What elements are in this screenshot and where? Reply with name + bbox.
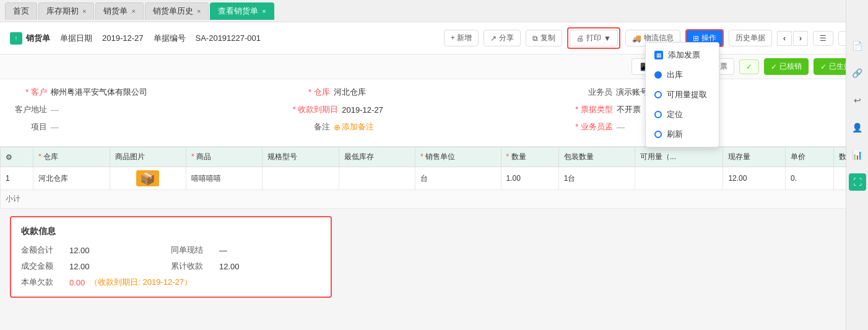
staff-value: 演示账号	[616, 87, 648, 98]
doc-header: ↑ 销货单 单据日期 2019-12-27 单据编号 SA-20191227-0…	[0, 22, 868, 54]
amount-row: 金额合计 12.00	[21, 245, 171, 256]
print-button[interactable]: 🖨 打印 ▼	[570, 30, 618, 46]
copy-icon: ⧉	[532, 34, 538, 43]
sidebar-icon-5[interactable]: 📊	[849, 146, 866, 163]
tab-sales-history-close[interactable]: ×	[197, 7, 201, 15]
staff-label: 业务员	[575, 87, 612, 98]
locate-label: 定位	[667, 109, 683, 120]
dropdown-refresh[interactable]: 刷新	[646, 124, 719, 144]
balance-label: 本单欠款	[21, 277, 64, 288]
prev-button[interactable]: ‹	[777, 31, 792, 46]
logistics-icon: 🚚	[632, 34, 641, 43]
address-label: 客户地址	[10, 104, 47, 115]
tab-inventory-close[interactable]: ×	[82, 7, 86, 15]
project-label: 项目	[10, 121, 47, 132]
no-label: 单据编号	[154, 33, 186, 44]
sold-out-button[interactable]: ✓ 已核销	[764, 58, 809, 75]
col-price: 单价	[786, 147, 834, 167]
tab-bar: 首页 库存期初 × 销货单 × 销货单历史 × 查看销货单 × ×	[0, 0, 868, 22]
doc-type-label: 销货单	[26, 33, 50, 44]
ticket-label: 票据类型	[575, 104, 613, 115]
copy-button[interactable]: ⧉ 复制	[526, 30, 562, 46]
tab-view-sales[interactable]: 查看销货单 ×	[210, 2, 274, 20]
cumulative-label: 累计收款	[171, 261, 214, 272]
print-arrow: ▼	[604, 34, 611, 43]
project-field: 项目 —	[10, 121, 293, 132]
ship-out-icon	[654, 71, 662, 79]
note-label: 备注	[293, 121, 330, 132]
col-pack: 包装数量	[558, 147, 635, 167]
form-row-1: 客户 柳州粤港平安气体有限公司 仓库 河北仓库 业务员 演示账号	[10, 87, 858, 98]
date-label: 单据日期	[60, 33, 92, 44]
cumulative-row: 累计收款 12.00	[171, 261, 321, 272]
tab-inventory-label: 库存期初	[46, 6, 79, 17]
locate-icon	[654, 111, 662, 118]
due-date-field: 收款到期日 2019-12-27	[293, 104, 576, 115]
tab-sales-history[interactable]: 销货单历史 ×	[145, 2, 209, 20]
col-stock: 现存量	[723, 147, 786, 167]
history-button[interactable]: 历史单据	[729, 30, 772, 46]
payment-panel: 收款信息 金额合计 12.00 同单现结 — 成交金额 12.00	[10, 216, 332, 298]
row-quantity: 1.00	[501, 167, 558, 190]
tab-home-label: 首页	[13, 6, 29, 17]
subtotal-row: 小计	[1, 190, 868, 209]
view-toggle-list[interactable]: ☰	[813, 31, 833, 46]
due-date-value: 2019-12-27	[342, 105, 383, 115]
sales-staff-label: 业务员孟	[575, 121, 613, 132]
tab-home[interactable]: 首页	[5, 2, 37, 20]
warehouse-label: 仓库	[293, 87, 330, 98]
refresh-label: 刷新	[667, 129, 683, 140]
tab-view-sales-label: 查看销货单	[218, 6, 258, 17]
form-row-2: 客户地址 — 收款到期日 2019-12-27 票据类型 不开票	[10, 104, 858, 115]
nav-arrows: ‹ ›	[777, 31, 808, 46]
subtotal-label: 小计	[1, 190, 868, 209]
sidebar-icon-3[interactable]: ↩	[849, 92, 866, 109]
products-table: ⚙ * 仓库 商品图片 * 商品 规格型号 最低库存 * 销售单位 * 数量 包…	[0, 147, 868, 209]
col-settings[interactable]: ⚙	[1, 147, 33, 167]
sidebar-icon-4[interactable]: 👤	[849, 119, 866, 136]
note-field: 备注 ⊕ 添加备注	[293, 121, 576, 132]
sidebar-icon-2[interactable]: 🔗	[849, 64, 866, 82]
ticket-value: 不开票	[617, 104, 641, 115]
sidebar-icon-1[interactable]: 📄	[849, 37, 866, 54]
settings-icon: ⚙	[6, 153, 12, 162]
next-button[interactable]: ›	[793, 31, 808, 46]
doc-type-icon: ↑	[10, 32, 22, 45]
add-invoice-label: 添加发票	[668, 50, 700, 61]
tab-view-sales-close[interactable]: ×	[262, 7, 266, 15]
col-spec: 规格型号	[263, 147, 339, 167]
amount-label: 金额合计	[21, 245, 64, 256]
transaction-row: 成交金额 12.00	[21, 261, 171, 272]
dropdown-available-qty[interactable]: 可用量提取	[646, 85, 719, 105]
effective-icon: ✓	[820, 63, 827, 71]
tab-inventory[interactable]: 库存期初 ×	[38, 2, 94, 20]
available-qty-label: 可用量提取	[667, 89, 707, 100]
note-add[interactable]: ⊕ 添加备注	[334, 121, 374, 132]
sidebar-icon-fullscreen[interactable]: ⛶	[849, 173, 866, 191]
col-unit: * 销售单位	[415, 147, 501, 167]
customer-field: 客户 柳州粤港平安气体有限公司	[10, 87, 293, 98]
warehouse-field: 仓库 河北仓库	[293, 87, 576, 98]
refresh-icon	[654, 131, 662, 138]
same-order-value: —	[219, 246, 227, 255]
add-button[interactable]: + 新增	[444, 30, 479, 46]
customer-label: 客户	[10, 87, 47, 98]
table-row: 1 河北仓库 📦 嘻嘻嘻嘻 台 1.00 1台 12.00 0.	[1, 167, 868, 190]
toolbar-row: 📱 来自手机 ○ 未开票 ✓ ✓ ✓ 已核销 ✓ 已生效	[0, 54, 868, 79]
tab-sales[interactable]: 销货单 ×	[95, 2, 143, 20]
dropdown-add-invoice[interactable]: ▦ 添加发票	[646, 45, 719, 65]
right-sidebar: 📄 🔗 ↩ 👤 📊 ⛶	[846, 0, 868, 330]
row-unit: 台	[415, 167, 501, 190]
share-icon: ↗	[490, 34, 497, 43]
form-area: 客户 柳州粤港平安气体有限公司 仓库 河北仓库 业务员 演示账号 客户地址	[0, 79, 868, 146]
balance-value: 0.00	[69, 278, 85, 287]
share-button[interactable]: ↗ 分享	[484, 30, 521, 46]
tab-sales-close[interactable]: ×	[131, 7, 135, 15]
dropdown-locate[interactable]: 定位	[646, 105, 719, 124]
sold-out-icon: ✓	[771, 63, 777, 71]
done-button[interactable]: ✓ ✓	[739, 59, 759, 74]
dropdown-ship-out[interactable]: 出库	[646, 65, 719, 85]
row-warehouse: 河北仓库	[33, 167, 110, 190]
operations-icon: ⊞	[693, 34, 699, 43]
tab-sales-label: 销货单	[103, 6, 128, 17]
